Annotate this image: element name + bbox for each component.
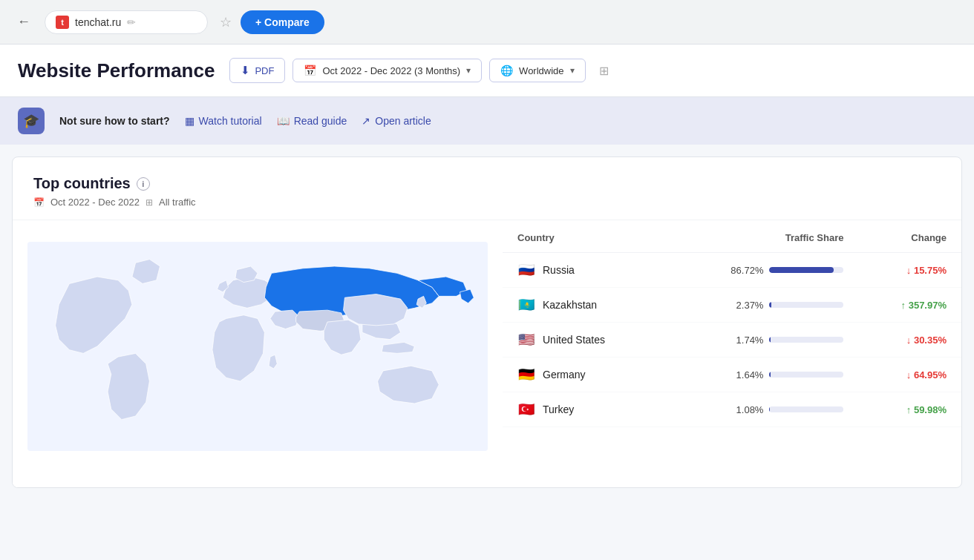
share-pct-3: 1.64% [730, 369, 763, 381]
country-name-4: Turkey [543, 403, 574, 415]
section-title-row: Top countries i [33, 175, 941, 192]
change-value-1: 357.97% [901, 300, 947, 311]
bar-bg-3 [769, 372, 843, 378]
chevron-down-icon-geo: ▾ [570, 65, 575, 76]
external-link-icon: ↗ [362, 115, 370, 127]
geo-picker[interactable]: 🌐 Worldwide ▾ [489, 59, 585, 82]
banner-question: Not sure how to start? [59, 115, 170, 127]
table-row: 🇺🇸 United States 1.74% 30.35% [503, 323, 961, 358]
open-article-label: Open article [375, 115, 431, 127]
site-icon-letter: t [61, 18, 64, 27]
compare-button[interactable]: + Compare [241, 10, 324, 34]
flag-1: 🇰🇿 [517, 298, 535, 312]
bookmark-icon[interactable]: ☆ [220, 14, 232, 30]
change-cell-1: 357.97% [858, 288, 961, 323]
graduation-icon: 🎓 [18, 108, 45, 134]
country-name-3: Germany [543, 369, 586, 381]
pdf-label: PDF [255, 65, 274, 76]
flag-3: 🇩🇪 [517, 368, 535, 381]
info-tooltip-icon[interactable]: i [137, 177, 150, 191]
traffic-meta-icon: ⊞ [146, 197, 153, 208]
pdf-button[interactable]: ⬇ PDF [229, 58, 285, 83]
address-bar[interactable]: t tenchat.ru ✏ [45, 10, 208, 34]
country-name-2: United States [543, 334, 605, 346]
compare-button-label: + Compare [255, 16, 310, 28]
header-actions: ⬇ PDF 📅 Oct 2022 - Dec 2022 (3 Months) ▾… [229, 58, 956, 83]
page-title: Website Performance [18, 59, 215, 82]
download-icon: ⬇ [241, 64, 250, 77]
change-value-2: 30.35% [906, 335, 947, 346]
edit-icon[interactable]: ✏ [127, 16, 136, 28]
change-cell-3: 64.95% [858, 358, 961, 392]
date-range-label: Oct 2022 - Dec 2022 (3 Months) [322, 65, 460, 76]
book-icon: 📖 [277, 115, 290, 127]
section-header: Top countries i 📅 Oct 2022 - Dec 2022 ⊞ … [13, 157, 961, 220]
watch-tutorial-link[interactable]: ▦ Watch tutorial [185, 115, 262, 127]
share-cell-1: 2.37% [663, 288, 859, 323]
country-name-0: Russia [543, 264, 575, 276]
table-row: 🇹🇷 Turkey 1.08% 59.98% [503, 392, 961, 427]
read-guide-link[interactable]: 📖 Read guide [277, 115, 347, 127]
flag-2: 🇺🇸 [517, 333, 535, 346]
change-cell-0: 15.75% [858, 253, 961, 288]
table-area: Country Traffic Share Change 🇷🇺 Russia 8… [503, 220, 961, 487]
site-icon: t [56, 16, 69, 29]
table-row: 🇩🇪 Germany 1.64% 64.95% [503, 358, 961, 392]
bar-bg-4 [769, 406, 843, 412]
cal-meta-icon: 📅 [33, 197, 45, 208]
bar-fill-2 [769, 337, 771, 343]
map-area [13, 220, 503, 487]
back-icon: ← [17, 14, 30, 30]
bar-bg-0 [769, 267, 843, 273]
share-cell-2: 1.74% [663, 323, 859, 358]
bar-fill-1 [769, 302, 771, 308]
table-row: 🇷🇺 Russia 86.72% 15.75% [503, 253, 961, 288]
share-pct-0: 86.72% [730, 265, 763, 276]
share-pct-4: 1.08% [730, 404, 763, 415]
section-meta: 📅 Oct 2022 - Dec 2022 ⊞ All traffic [33, 197, 941, 208]
bar-fill-3 [769, 372, 771, 378]
country-cell-0: 🇷🇺 Russia [503, 253, 663, 288]
country-name-1: Kazakhstan [543, 299, 597, 311]
read-guide-label: Read guide [294, 115, 347, 127]
geo-label: Worldwide [519, 65, 563, 76]
section-title-text: Top countries [33, 175, 131, 192]
globe-icon: 🌐 [500, 65, 513, 76]
page-header: Website Performance ⬇ PDF 📅 Oct 2022 - D… [0, 45, 974, 97]
chevron-down-icon: ▾ [466, 65, 471, 76]
table-header-row: Country Traffic Share Change [503, 220, 961, 253]
open-article-link[interactable]: ↗ Open article [362, 115, 431, 127]
content-area: Country Traffic Share Change 🇷🇺 Russia 8… [13, 220, 961, 487]
col-traffic-share: Traffic Share [663, 220, 859, 253]
countries-table: Country Traffic Share Change 🇷🇺 Russia 8… [503, 220, 961, 427]
change-cell-4: 59.98% [858, 392, 961, 427]
bar-fill-0 [769, 267, 834, 273]
video-icon: ▦ [185, 115, 195, 127]
compare-icon[interactable]: ⊞ [599, 64, 609, 78]
change-value-0: 15.75% [906, 265, 947, 276]
col-country: Country [503, 220, 663, 253]
change-value-3: 64.95% [906, 369, 947, 381]
table-row: 🇰🇿 Kazakhstan 2.37% 357.97% [503, 288, 961, 323]
country-cell-3: 🇩🇪 Germany [503, 358, 663, 392]
change-value-4: 59.98% [906, 404, 947, 415]
country-cell-2: 🇺🇸 United States [503, 323, 663, 358]
country-cell-4: 🇹🇷 Turkey [503, 392, 663, 427]
bar-fill-4 [769, 406, 770, 412]
calendar-icon: 📅 [304, 65, 316, 76]
info-banner: 🎓 Not sure how to start? ▦ Watch tutoria… [0, 97, 974, 145]
share-pct-1: 2.37% [730, 300, 763, 311]
section-traffic-label: All traffic [159, 197, 196, 208]
col-change: Change [858, 220, 961, 253]
country-cell-1: 🇰🇿 Kazakhstan [503, 288, 663, 323]
date-picker[interactable]: 📅 Oct 2022 - Dec 2022 (3 Months) ▾ [292, 59, 482, 82]
share-cell-3: 1.64% [663, 358, 859, 392]
back-button[interactable]: ← [12, 10, 36, 34]
section-date-range: Oct 2022 - Dec 2022 [50, 197, 140, 208]
bar-bg-1 [769, 302, 843, 308]
share-cell-0: 86.72% [663, 253, 859, 288]
flag-0: 🇷🇺 [517, 263, 535, 277]
world-map [27, 235, 488, 458]
change-cell-2: 30.35% [858, 323, 961, 358]
main-content-card: Top countries i 📅 Oct 2022 - Dec 2022 ⊞ … [12, 157, 962, 488]
